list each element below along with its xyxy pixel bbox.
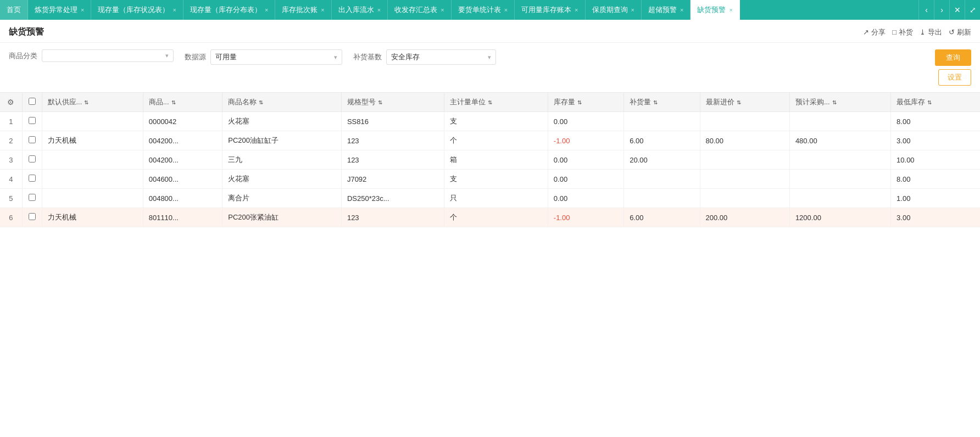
tab-scroll-left[interactable]: ‹ — [918, 0, 934, 20]
share-icon: ↗ — [863, 28, 869, 36]
row-spec-6: 123 — [341, 208, 444, 227]
row-replenish-5 — [624, 189, 700, 208]
product-category-group: 商品分类 ▾ — [9, 49, 174, 62]
table-row[interactable]: 6 力天机械 801110... PC200张紧油缸 123 个 -1.00 6… — [0, 208, 980, 227]
tab-close-3[interactable]: × — [265, 7, 268, 13]
row-unit-6: 个 — [444, 208, 548, 227]
tab-close-10[interactable]: × — [680, 7, 683, 13]
row-latest-price-2: 80.00 — [700, 131, 789, 150]
query-button[interactable]: 查询 — [935, 49, 971, 66]
row-checkbox-1[interactable] — [22, 112, 42, 131]
tab-超储预警[interactable]: 超储预警 × — [642, 0, 691, 20]
row-min-stock-1: 8.00 — [891, 112, 980, 131]
tab-close-4[interactable]: × — [321, 7, 324, 13]
row-supplier-1 — [42, 112, 143, 131]
tab-要货单统计表[interactable]: 要货单统计表 × — [452, 0, 515, 20]
th-latest-price[interactable]: 最新进价 ⇅ — [700, 93, 789, 112]
row-spec-5: DS250*23c... — [341, 189, 444, 208]
row-product-code-4: 004600... — [143, 170, 222, 189]
row-checkbox-5[interactable] — [22, 189, 42, 208]
tab-close-1[interactable]: × — [81, 7, 84, 13]
tab-scroll-right[interactable]: › — [934, 0, 949, 20]
data-source-label: 数据源 — [185, 52, 206, 62]
row-supplier-3 — [42, 150, 143, 170]
tab-nav-buttons: ‹ › ✕ ⤢ — [918, 0, 980, 20]
th-product-name[interactable]: 商品名称 ⇅ — [222, 93, 342, 112]
row-stock-5: 0.00 — [548, 189, 623, 208]
tab-出入库流水[interactable]: 出入库流水 × — [332, 0, 388, 20]
product-category-select[interactable]: ▾ — [42, 49, 174, 62]
row-product-name-5: 离合片 — [222, 189, 342, 208]
filter-right-buttons: 查询 设置 — [935, 49, 971, 86]
row-replenish-3: 20.00 — [624, 150, 700, 170]
tab-保质期查询[interactable]: 保质期查询 × — [586, 0, 642, 20]
share-button[interactable]: ↗ 分享 — [863, 27, 886, 37]
export-button[interactable]: ⤓ 导出 — [920, 27, 942, 37]
table-row[interactable]: 3 004200... 三九 123 箱 0.00 20.00 10.00 — [0, 150, 980, 170]
row-spec-1: SS816 — [341, 112, 444, 131]
th-spec[interactable]: 规格型号 ⇅ — [341, 93, 444, 112]
tab-现存量库存分布表[interactable]: 现存量（库存分布表） × — [183, 0, 275, 20]
th-settings: ⚙ — [0, 93, 22, 112]
gear-icon[interactable]: ⚙ — [7, 98, 14, 107]
tab-缺货预警[interactable]: 缺货预警 × — [691, 0, 739, 20]
row-checkbox-4[interactable] — [22, 170, 42, 189]
table-row[interactable]: 2 力天机械 004200... PC200油缸缸子 123 个 -1.00 6… — [0, 131, 980, 150]
th-min-stock[interactable]: 最低库存 ⇅ — [891, 93, 980, 112]
row-spec-3: 123 — [341, 150, 444, 170]
sort-icon-4: ⇅ — [378, 99, 382, 105]
tab-close-11[interactable]: × — [729, 7, 732, 13]
tab-收发存汇总表[interactable]: 收发存汇总表 × — [388, 0, 451, 20]
tab-bar: 首页 炼货异常处理 × 现存量（库存状况表） × 现存量（库存分布表） × 库存… — [0, 0, 980, 20]
row-spec-4: J7092 — [341, 170, 444, 189]
row-supplier-6: 力天机械 — [42, 208, 143, 227]
row-spec-2: 123 — [341, 131, 444, 150]
th-product-code[interactable]: 商品... ⇅ — [143, 93, 222, 112]
sort-icon-7: ⇅ — [653, 99, 658, 105]
select-all-checkbox[interactable] — [29, 98, 36, 105]
row-checkbox-2[interactable] — [22, 131, 42, 150]
row-checkbox-3[interactable] — [22, 150, 42, 170]
tab-close-7[interactable]: × — [504, 7, 508, 13]
chevron-down-icon: ▾ — [165, 52, 169, 59]
row-checkbox-6[interactable] — [22, 208, 42, 227]
page-content: 缺货预警 ↗ 分享 □ 补货 ⤓ 导出 ↺ 刷新 商品分类 — [0, 20, 980, 437]
row-unit-2: 个 — [444, 131, 548, 150]
row-stock-6: -1.00 — [548, 208, 623, 227]
tab-close-all[interactable]: ✕ — [949, 0, 965, 20]
refresh-button[interactable]: ↺ 刷新 — [949, 27, 971, 37]
row-num-4: 4 — [0, 170, 22, 189]
tab-close-5[interactable]: × — [377, 7, 381, 13]
replenish-base-select[interactable]: 安全库存 ▾ — [386, 49, 496, 65]
tab-库存批次账[interactable]: 库存批次账 × — [275, 0, 331, 20]
tab-可用量库存账本[interactable]: 可用量库存账本 × — [515, 0, 585, 20]
tab-fullscreen[interactable]: ⤢ — [965, 0, 980, 20]
row-unit-3: 箱 — [444, 150, 548, 170]
row-min-stock-6: 3.00 — [891, 208, 980, 227]
th-default-supplier[interactable]: 默认供应... ⇅ — [42, 93, 143, 112]
table-row[interactable]: 5 004800... 离合片 DS250*23c... 只 0.00 1.00 — [0, 189, 980, 208]
data-source-select[interactable]: 可用量 ▾ — [210, 49, 342, 65]
th-replenish[interactable]: 补货量 ⇅ — [624, 93, 700, 112]
chevron-down-icon-3: ▾ — [488, 54, 491, 61]
tab-现存量库存状况表[interactable]: 现存量（库存状况表） × — [91, 0, 183, 20]
row-unit-5: 只 — [444, 189, 548, 208]
sort-icon-5: ⇅ — [488, 99, 492, 105]
sort-icon-9: ⇅ — [832, 99, 837, 105]
table-row[interactable]: 4 004600... 火花塞 J7092 支 0.00 8.00 — [0, 170, 980, 189]
tab-炼货异常处理[interactable]: 炼货异常处理 × — [28, 0, 91, 20]
table-row[interactable]: 1 0000042 火花塞 SS816 支 0.00 8.00 — [0, 112, 980, 131]
tab-首页[interactable]: 首页 — [0, 0, 28, 20]
th-est-purchase[interactable]: 预计采购... ⇅ — [789, 93, 890, 112]
th-unit[interactable]: 主计量单位 ⇅ — [444, 93, 548, 112]
th-stock[interactable]: 库存量 ⇅ — [548, 93, 623, 112]
row-product-code-2: 004200... — [143, 131, 222, 150]
replenish-button[interactable]: □ 补货 — [892, 27, 913, 37]
tab-close-8[interactable]: × — [575, 7, 578, 13]
tab-close-6[interactable]: × — [441, 7, 444, 13]
tab-close-9[interactable]: × — [631, 7, 634, 13]
settings-button[interactable]: 设置 — [938, 69, 971, 86]
tab-close-2[interactable]: × — [172, 7, 176, 13]
row-product-name-2: PC200油缸缸子 — [222, 131, 342, 150]
row-stock-1: 0.00 — [548, 112, 623, 131]
